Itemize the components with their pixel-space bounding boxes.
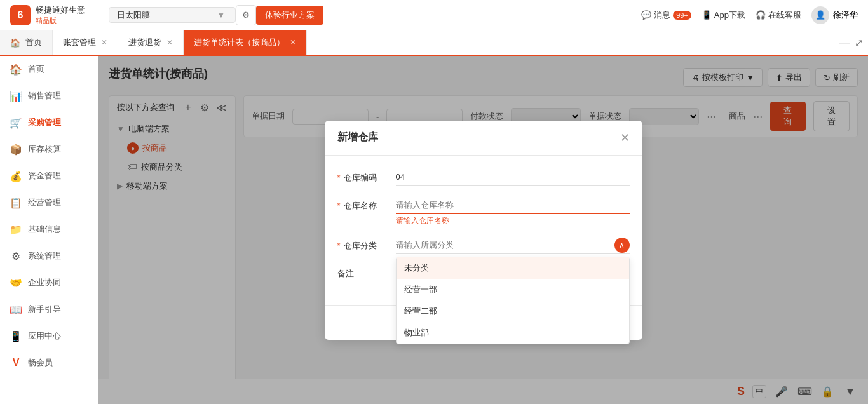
sidebar-item-system[interactable]: ⚙ 系统管理: [0, 243, 98, 269]
main-layout: 🏠 首页 📊 销售管理 🛒 采购管理 📦 库存核算 💰 资金管理 📋 经营管理 …: [0, 56, 868, 404]
sidebar-item-sales[interactable]: 📊 销售管理: [0, 83, 98, 109]
app-download-label: App下载: [714, 10, 745, 21]
tab-purchase-return-close[interactable]: ✕: [166, 38, 173, 47]
avatar: 👤: [811, 6, 829, 24]
sidebar: 🏠 首页 📊 销售管理 🛒 采购管理 📦 库存核算 💰 资金管理 📋 经营管理 …: [0, 56, 98, 404]
sales-icon: 📊: [10, 90, 22, 102]
app-download-item[interactable]: 📱 App下载: [702, 10, 745, 21]
inventory-icon: 📦: [10, 144, 22, 155]
logo-area: 6 畅捷通好生意 精品版: [10, 4, 109, 25]
sidebar-item-guide[interactable]: 📖 新手引导: [0, 296, 98, 323]
tab-purchase-stats-label: 进货单统计表（按商品）: [194, 37, 285, 48]
category-input[interactable]: [396, 236, 630, 254]
message-icon: 💬: [641, 10, 651, 20]
app-name: 畅捷通好生意: [36, 4, 85, 16]
sidebar-vip-label: 畅会员: [28, 357, 53, 368]
sidebar-operation-label: 经营管理: [28, 197, 61, 208]
phone-icon: 📱: [702, 10, 712, 20]
tab-home[interactable]: 🏠 首页: [0, 30, 53, 55]
header-search[interactable]: ▼: [109, 7, 236, 23]
name-field-col: 请输入仓库名称: [396, 196, 630, 226]
sidebar-basic-info-label: 基础信息: [28, 224, 61, 235]
apps-icon: 📱: [10, 330, 22, 342]
sidebar-item-vip[interactable]: V 畅会员: [0, 349, 98, 376]
sidebar-finance-label: 资金管理: [28, 170, 61, 182]
sidebar-item-purchase[interactable]: 🛒 采购管理: [0, 109, 98, 136]
headset-icon: 🎧: [756, 10, 766, 20]
sidebar-item-apps[interactable]: 📱 应用中心: [0, 323, 98, 349]
online-service-label: 在线客服: [768, 10, 801, 21]
tab-expand-icon[interactable]: ⤢: [855, 37, 863, 49]
sidebar-inventory-label: 库存核算: [28, 144, 61, 155]
tab-purchase-stats-close[interactable]: ✕: [290, 38, 296, 47]
category-dropdown-arrow[interactable]: ∧: [614, 238, 630, 253]
remark-label: 备注: [337, 264, 388, 279]
home-icon: 🏠: [10, 38, 20, 48]
settings-button[interactable]: ⚙: [236, 5, 256, 25]
tab-account-label: 账套管理: [63, 37, 96, 48]
search-input[interactable]: [117, 10, 212, 20]
user-avatar-area[interactable]: 👤 徐泽华: [811, 6, 858, 24]
guide-icon: 📖: [10, 304, 22, 315]
name-row: * 仓库名称 请输入仓库名称: [337, 196, 630, 226]
top-header: 6 畅捷通好生意 精品版 ▼ ⚙ 体验行业方案 💬 消息 99+ 📱 App下载…: [0, 0, 868, 30]
modal-close-btn[interactable]: ✕: [620, 131, 630, 145]
modal-header: 新增仓库 ✕: [325, 121, 642, 156]
content-area: 进货单统计(按商品) 🖨 按模板打印 ▼ ⬆ 导出 ↻ 刷新: [98, 56, 868, 404]
operation-icon: 📋: [10, 197, 22, 208]
sidebar-item-home[interactable]: 🏠 首页: [0, 56, 98, 83]
code-input[interactable]: [396, 168, 630, 186]
sidebar-item-finance[interactable]: 💰 资金管理: [0, 163, 98, 189]
tab-bar-right: — ⤢: [839, 37, 868, 49]
modal-overlay: 新增仓库 ✕ * 仓库编码 *: [98, 56, 868, 404]
code-row: * 仓库编码: [337, 168, 630, 186]
modal-title: 新增仓库: [337, 131, 378, 144]
tab-minimize-icon[interactable]: —: [839, 37, 850, 48]
modal-body: * 仓库编码 * 仓库名称 请输入仓库名称: [325, 156, 642, 305]
tab-account[interactable]: 账套管理 ✕: [53, 30, 118, 55]
app-sub-name: 精品版: [36, 16, 85, 25]
basic-info-icon: 📁: [10, 224, 22, 235]
option-dept2[interactable]: 经营二部: [397, 300, 629, 322]
category-dropdown-wrap: ∧ 未分类 经营一部 经营二部 物业部: [396, 236, 630, 254]
finance-icon: 💰: [10, 170, 22, 182]
logo-icon: 6: [10, 5, 31, 25]
name-input[interactable]: [396, 196, 630, 214]
sidebar-guide-label: 新手引导: [28, 304, 61, 315]
name-label: * 仓库名称: [337, 196, 388, 212]
purchase-icon: 🛒: [10, 117, 22, 128]
tab-purchase-stats[interactable]: 进货单统计表（按商品） ✕: [184, 30, 307, 55]
sidebar-purchase-label: 采购管理: [28, 117, 61, 128]
sidebar-item-operation[interactable]: 📋 经营管理: [0, 189, 98, 216]
tab-bar: 🏠 首页 账套管理 ✕ 进货退货 ✕ 进货单统计表（按商品） ✕ — ⤢: [0, 30, 868, 56]
tab-home-label: 首页: [25, 37, 42, 48]
online-service-item[interactable]: 🎧 在线客服: [756, 10, 801, 21]
notification-badge: 99+: [673, 11, 691, 20]
notification-label: 消息: [654, 10, 670, 21]
sidebar-item-enterprise[interactable]: 🤝 企业协同: [0, 269, 98, 296]
category-dropdown-list: 未分类 经营一部 经营二部 物业部: [396, 257, 630, 344]
experience-btn[interactable]: 体验行业方案: [256, 6, 323, 25]
name-error-msg: 请输入仓库名称: [396, 215, 630, 226]
category-label: * 仓库分类: [337, 236, 388, 252]
sidebar-home-label: 首页: [28, 64, 44, 75]
tab-purchase-return-label: 进货退货: [128, 37, 161, 48]
sidebar-enterprise-label: 企业协同: [28, 277, 61, 288]
code-label: * 仓库编码: [337, 168, 388, 184]
vip-icon: V: [10, 357, 22, 368]
sidebar-system-label: 系统管理: [28, 250, 61, 262]
tab-account-close[interactable]: ✕: [101, 38, 107, 47]
tab-purchase-return[interactable]: 进货退货 ✕: [118, 30, 184, 55]
search-dropdown-icon[interactable]: ▼: [217, 11, 225, 20]
sidebar-item-inventory[interactable]: 📦 库存核算: [0, 136, 98, 163]
option-uncategorized[interactable]: 未分类: [397, 257, 629, 279]
sidebar-sales-label: 销售管理: [28, 90, 61, 102]
system-icon: ⚙: [10, 250, 22, 262]
sidebar-apps-label: 应用中心: [28, 330, 61, 342]
modal: 新增仓库 ✕ * 仓库编码 *: [325, 121, 642, 340]
option-dept3[interactable]: 物业部: [397, 322, 629, 344]
notification-item[interactable]: 💬 消息 99+: [641, 10, 691, 21]
option-dept1[interactable]: 经营一部: [397, 279, 629, 300]
home-sidebar-icon: 🏠: [10, 64, 22, 75]
sidebar-item-basic-info[interactable]: 📁 基础信息: [0, 216, 98, 243]
